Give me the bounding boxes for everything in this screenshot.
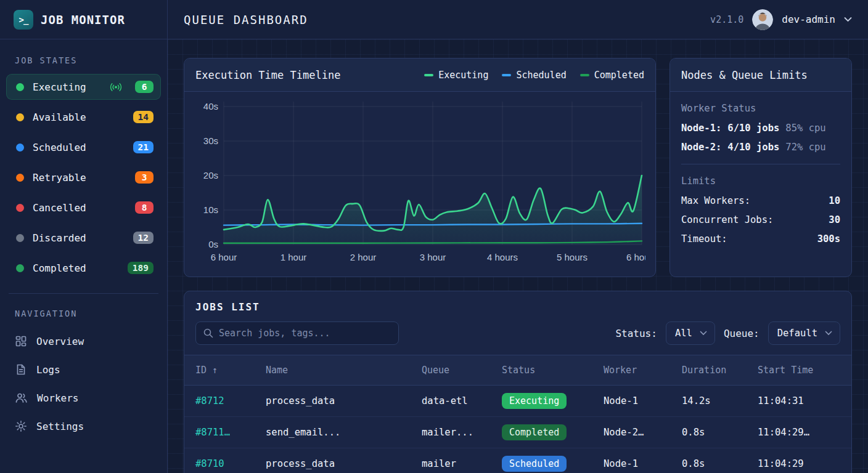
timeline-chart: 0s10s20s30s40s6 hour1 hour2 hour3 hour4 … — [184, 92, 655, 268]
app-window: >_ JOB MONITOR QUEUE DASHBOARD v2.1.0 de… — [0, 0, 868, 473]
avatar[interactable] — [752, 9, 773, 30]
queue-filter-select[interactable]: Default — [768, 321, 840, 345]
job-queue: mailer — [422, 458, 502, 469]
job-queue: data-etl — [422, 395, 502, 406]
job-queue: mailer... — [422, 427, 502, 438]
sidebar-state-available[interactable]: Available14 — [6, 104, 161, 130]
limit-value: 10 — [829, 195, 840, 206]
state-label: Executing — [33, 81, 100, 93]
node-cpu-value: 85% cpu — [785, 123, 825, 134]
state-count-badge: 14 — [133, 111, 154, 123]
state-label: Retryable — [33, 172, 126, 184]
sidebar-state-executing[interactable]: Executing6 — [6, 74, 161, 100]
node-jobs-value: 4/10 jobs — [727, 142, 779, 153]
worker-status-row: Node-1: 6/10 jobs85% cpu — [681, 123, 840, 134]
sidebar-state-cancelled[interactable]: Cancelled8 — [6, 195, 161, 220]
job-start-time: 11:04:29 — [758, 458, 851, 469]
document-icon — [15, 363, 27, 376]
svg-text:6 hour: 6 hour — [211, 252, 237, 262]
limit-value: 300s — [817, 233, 840, 245]
job-duration: 0.8s — [682, 458, 758, 469]
limit-row: Timeout:300s — [681, 233, 840, 245]
node-name: Node-1: — [681, 123, 721, 134]
live-signal-icon — [109, 83, 123, 92]
limits-heading: Limits — [681, 176, 840, 187]
jobs-list-title: JOBS LIST — [195, 301, 840, 313]
svg-text:40s: 40s — [203, 101, 218, 111]
job-id-link[interactable]: #8712 — [195, 395, 266, 406]
table-row[interactable]: #8710process_datamailerScheduledNode-10.… — [184, 448, 851, 473]
limit-value: 30 — [829, 214, 840, 225]
svg-text:5 hours: 5 hours — [557, 252, 588, 262]
column-header-duration: Duration — [682, 365, 758, 376]
column-header-id[interactable]: ID ↑ — [195, 365, 266, 376]
sidebar-state-retryable[interactable]: Retryable3 — [6, 164, 161, 190]
jobs-table-body: #8712process_datadata-etlExecutingNode-1… — [184, 386, 851, 473]
app-title: JOB MONITOR — [41, 13, 125, 26]
jobs-list-card: JOBS LIST Status: All Que — [184, 291, 852, 473]
sidebar-item-logs[interactable]: Logs — [6, 355, 161, 384]
legend-color-dash — [580, 74, 589, 76]
job-start-time: 11:04:29… — [758, 427, 851, 438]
grid-icon — [15, 335, 27, 347]
state-color-dot — [16, 113, 24, 121]
timeline-card: Execution Time Timeline ExecutingSchedul… — [184, 58, 656, 277]
user-name[interactable]: dev-admin — [782, 14, 835, 25]
navigation-list: OverviewLogsWorkersSettings — [6, 327, 161, 440]
legend-label: Executing — [438, 70, 488, 81]
column-header-name: Name — [266, 365, 422, 376]
status-badge: Executing — [502, 393, 567, 409]
search-input[interactable] — [219, 328, 391, 339]
state-color-dot — [16, 234, 24, 242]
jobs-table: ID ↑NameQueueStatusWorkerDurationStart T… — [184, 355, 851, 473]
queue-filter-label: Queue: — [724, 328, 760, 339]
job-worker: Node-1 — [604, 395, 682, 406]
limit-label: Timeout: — [681, 233, 727, 245]
column-header-worker: Worker — [604, 365, 682, 376]
column-header-status: Status — [502, 365, 604, 376]
sidebar-state-discarded[interactable]: Discarded12 — [6, 225, 161, 251]
sidebar-state-scheduled[interactable]: Scheduled21 — [6, 134, 161, 160]
terminal-glyph: >_ — [19, 15, 28, 25]
nav-item-label: Logs — [36, 364, 60, 376]
job-status-cell: Completed — [502, 424, 604, 440]
node-name: Node-2: — [681, 142, 721, 153]
chevron-down-icon — [700, 331, 707, 336]
chevron-down-icon[interactable] — [844, 17, 852, 22]
terminal-icon: >_ — [14, 10, 33, 30]
chevron-down-icon — [825, 331, 832, 336]
worker-status-heading: Worker Status — [681, 103, 840, 114]
nodes-card: Nodes & Queue Limits Worker Status Node-… — [669, 58, 852, 277]
sidebar-item-settings[interactable]: Settings — [6, 412, 161, 440]
job-name: send_email... — [266, 427, 422, 438]
table-row[interactable]: #8711…send_email...mailer...CompletedNod… — [184, 417, 851, 448]
queue-filter-value: Default — [777, 328, 817, 339]
job-name: process_data — [266, 458, 422, 469]
nav-item-label: Settings — [36, 421, 84, 432]
sidebar: JOB STATES Executing6Available14Schedule… — [0, 39, 168, 473]
sidebar-item-workers[interactable]: Workers — [6, 384, 161, 412]
state-color-dot — [16, 83, 24, 91]
search-box[interactable] — [195, 321, 399, 345]
column-header-queue: Queue — [422, 365, 502, 376]
job-states-list: Executing6Available14Scheduled21Retryabl… — [6, 74, 161, 281]
jobs-table-header: ID ↑NameQueueStatusWorkerDurationStart T… — [184, 355, 851, 386]
navigation-heading: NAVIGATION — [6, 309, 161, 318]
top-header: QUEUE DASHBOARD v2.1.0 dev-admin — [168, 0, 868, 39]
job-duration: 0.8s — [682, 427, 758, 438]
limit-row: Max Workers:10 — [681, 195, 840, 206]
status-filter-select[interactable]: All — [666, 321, 715, 345]
sidebar-state-completed[interactable]: Completed189 — [6, 255, 161, 281]
job-id-link[interactable]: #8710 — [195, 458, 266, 469]
table-row[interactable]: #8712process_datadata-etlExecutingNode-1… — [184, 386, 851, 417]
svg-text:2 hour: 2 hour — [350, 252, 377, 262]
state-color-dot — [16, 204, 24, 212]
job-id-link[interactable]: #8711… — [195, 427, 266, 438]
page-title: QUEUE DASHBOARD — [184, 13, 308, 26]
search-icon — [203, 328, 213, 338]
state-count-badge: 6 — [135, 81, 154, 93]
status-badge: Completed — [502, 424, 567, 440]
sidebar-item-overview[interactable]: Overview — [6, 327, 161, 355]
state-count-badge: 12 — [133, 232, 154, 244]
state-count-badge: 189 — [128, 262, 154, 274]
